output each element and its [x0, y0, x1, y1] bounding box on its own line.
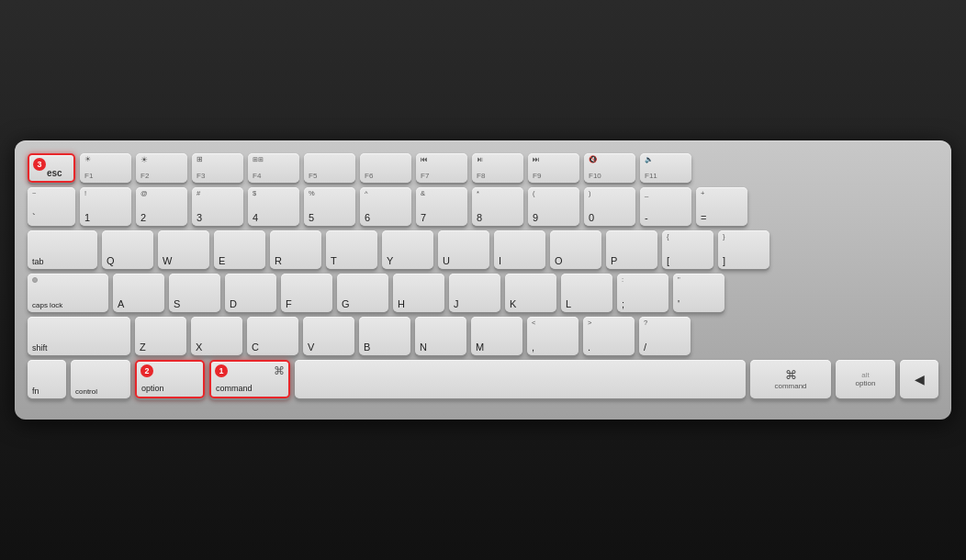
f6-label: F6	[365, 173, 373, 180]
key-b[interactable]: B	[359, 317, 410, 355]
key-tab[interactable]: tab	[28, 230, 97, 269]
key-f11[interactable]: 🔈 F11	[640, 153, 691, 183]
key-comma[interactable]: < ,	[527, 317, 578, 355]
key-option-left[interactable]: 2 alt option	[135, 360, 205, 398]
key-0[interactable]: ) 0	[584, 187, 635, 226]
key-x[interactable]: X	[191, 317, 242, 355]
f9-label: F9	[533, 173, 541, 180]
key-q[interactable]: Q	[102, 230, 153, 269]
key-c[interactable]: C	[247, 317, 298, 355]
f4-label: F4	[253, 173, 261, 180]
key-n[interactable]: N	[415, 317, 466, 355]
key-shift-left[interactable]: shift	[28, 317, 130, 355]
capslock-indicator	[32, 277, 38, 283]
key-f1[interactable]: ☀ F1	[80, 153, 131, 183]
key-7[interactable]: & 7	[416, 187, 467, 226]
keyboard: 3 esc ☀ F1 ☀ F2 ⊞ F3 ⊞⊞ F4 F5	[15, 140, 951, 420]
f8-icon: ⏯	[477, 156, 484, 163]
key-command-right[interactable]: ⌘ command	[750, 360, 831, 398]
key-f3[interactable]: ⊞ F3	[192, 153, 243, 183]
fn-row: 3 esc ☀ F1 ☀ F2 ⊞ F3 ⊞⊞ F4 F5	[28, 153, 938, 183]
key-command-left[interactable]: 1 ⌘ command	[209, 360, 290, 398]
key-9[interactable]: ( 9	[528, 187, 579, 226]
key-quote[interactable]: " '	[673, 274, 724, 312]
key-i[interactable]: I	[494, 230, 545, 269]
key-bracket-right[interactable]: } ]	[718, 230, 769, 269]
key-e[interactable]: E	[214, 230, 265, 269]
badge-command: 1	[215, 364, 228, 377]
key-r[interactable]: R	[270, 230, 321, 269]
option-right-alt: alt	[861, 371, 869, 379]
key-tilde[interactable]: ~ `	[28, 187, 75, 226]
key-5[interactable]: % 5	[304, 187, 355, 226]
key-2[interactable]: @ 2	[136, 187, 187, 226]
key-o[interactable]: O	[550, 230, 601, 269]
key-f[interactable]: F	[281, 274, 332, 312]
key-k[interactable]: K	[505, 274, 556, 312]
f11-icon: 🔈	[645, 156, 653, 163]
key-fn[interactable]: fn	[28, 360, 66, 398]
key-period[interactable]: > .	[583, 317, 635, 355]
f9-icon: ⏭	[533, 156, 540, 163]
key-capslock[interactable]: caps lock	[28, 274, 108, 312]
key-d[interactable]: D	[225, 274, 276, 312]
key-option-right[interactable]: alt option	[836, 360, 895, 398]
key-t[interactable]: T	[326, 230, 377, 269]
key-4[interactable]: $ 4	[248, 187, 299, 226]
key-u[interactable]: U	[438, 230, 489, 269]
f1-icon: ☀	[84, 156, 91, 163]
f3-label: F3	[197, 173, 205, 180]
key-j[interactable]: J	[449, 274, 500, 312]
key-f8[interactable]: ⏯ F8	[472, 153, 523, 183]
qwerty-row: tab Q W E R T Y U I O P { [ } ]	[28, 230, 938, 269]
key-space[interactable]	[295, 360, 746, 398]
key-control[interactable]: control	[71, 360, 130, 398]
keyboard-background: 3 esc ☀ F1 ☀ F2 ⊞ F3 ⊞⊞ F4 F5	[0, 0, 966, 560]
option-right-label: option	[856, 379, 876, 387]
key-z[interactable]: Z	[135, 317, 186, 355]
arrow-left-icon: ◀	[915, 372, 925, 386]
key-1[interactable]: ! 1	[80, 187, 131, 226]
f7-label: F7	[421, 173, 429, 180]
zxcv-row: shift Z X C V B N M < , > . ? /	[28, 317, 938, 355]
key-equals[interactable]: + =	[696, 187, 747, 226]
key-8[interactable]: * 8	[472, 187, 523, 226]
f1-label: F1	[84, 173, 93, 180]
f5-label: F5	[309, 173, 317, 180]
key-3[interactable]: # 3	[192, 187, 243, 226]
key-y[interactable]: Y	[382, 230, 433, 269]
key-bracket-left[interactable]: { [	[662, 230, 713, 269]
badge-esc: 3	[33, 158, 46, 171]
asdf-row: caps lock A S D F G H J K L : ; " '	[28, 274, 938, 312]
key-f4[interactable]: ⊞⊞ F4	[248, 153, 299, 183]
key-h[interactable]: H	[393, 274, 444, 312]
f2-icon: ☀	[140, 156, 148, 164]
f7-icon: ⏮	[421, 156, 428, 163]
key-f6[interactable]: F6	[360, 153, 411, 183]
key-minus[interactable]: _ -	[640, 187, 691, 226]
key-f2[interactable]: ☀ F2	[136, 153, 187, 183]
key-f7[interactable]: ⏮ F7	[416, 153, 467, 183]
key-esc[interactable]: 3 esc	[28, 153, 75, 183]
key-slash[interactable]: ? /	[639, 317, 691, 355]
key-w[interactable]: W	[158, 230, 209, 269]
key-g[interactable]: G	[337, 274, 388, 312]
f11-label: F11	[645, 173, 657, 180]
key-f10[interactable]: 🔇 F10	[584, 153, 635, 183]
key-f9[interactable]: ⏭ F9	[528, 153, 579, 183]
number-row: ~ ` ! 1 @ 2 # 3 $ 4 % 5	[28, 187, 938, 226]
key-a[interactable]: A	[113, 274, 164, 312]
key-6[interactable]: ^ 6	[360, 187, 411, 226]
f2-label: F2	[140, 173, 149, 180]
key-p[interactable]: P	[606, 230, 657, 269]
key-f5[interactable]: F5	[304, 153, 355, 183]
f3-icon: ⊞	[197, 156, 203, 163]
f8-label: F8	[477, 173, 485, 180]
key-m[interactable]: M	[471, 317, 522, 355]
key-l[interactable]: L	[561, 274, 612, 312]
key-arrow-left[interactable]: ◀	[900, 360, 938, 398]
key-semicolon[interactable]: : ;	[617, 274, 668, 312]
key-s[interactable]: S	[169, 274, 220, 312]
f10-icon: 🔇	[589, 156, 597, 163]
key-v[interactable]: V	[303, 317, 354, 355]
